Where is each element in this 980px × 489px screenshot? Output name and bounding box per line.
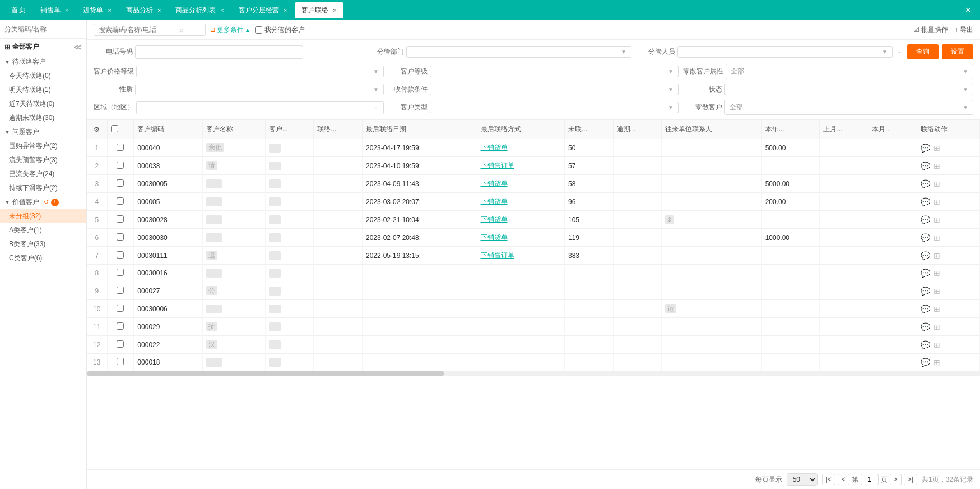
chat-icon[interactable]: 💬 <box>921 179 930 188</box>
refresh-icon[interactable]: ↺ <box>44 199 49 206</box>
chat-icon[interactable]: 💬 <box>921 215 930 224</box>
chat-icon[interactable]: 💬 <box>921 233 930 242</box>
chat-icon[interactable]: 💬 <box>921 305 930 313</box>
row-checkbox[interactable] <box>117 179 124 187</box>
nav-tab-customer-contact[interactable]: 客户联络 × <box>295 2 343 18</box>
nav-tab-analysis-close[interactable]: × <box>157 7 161 13</box>
col-this-year[interactable]: 本年... <box>761 120 820 139</box>
customer-grade-select[interactable]: ▼ <box>430 66 679 77</box>
sidebar-section-problem[interactable]: ▼ 问题客户 <box>0 125 86 139</box>
row-checkbox[interactable] <box>117 305 124 312</box>
nav-tab-purchase[interactable]: 进货单 × <box>76 2 118 18</box>
chat-icon[interactable]: 💬 <box>921 144 930 153</box>
row-checkbox[interactable] <box>117 322 124 330</box>
next-page-btn[interactable]: > <box>890 474 902 485</box>
nav-tab-sales[interactable]: 销售单 × <box>34 2 75 18</box>
col-last-date[interactable]: 最后联络日期 <box>362 120 477 139</box>
chat-icon[interactable]: 💬 <box>921 322 930 331</box>
col-contact[interactable]: 联络... <box>314 120 363 139</box>
nav-tab-analysis-list-close[interactable]: × <box>220 7 224 13</box>
row-checkbox[interactable] <box>117 358 124 365</box>
grid-action-icon[interactable]: ⊞ <box>933 358 940 367</box>
col-checkbox-all[interactable] <box>107 120 134 139</box>
col-associate-contact[interactable]: 往来单位联系人 <box>662 120 762 139</box>
filter-more-btn[interactable]: ⊿ 更多条件 ▲ <box>210 25 250 35</box>
horizontal-scrollbar[interactable] <box>87 371 980 376</box>
col-this-month[interactable]: 本月... <box>868 120 917 139</box>
grid-action-icon[interactable]: ⊞ <box>933 322 940 331</box>
sidebar-item-hoarding[interactable]: 囤购异常客户(2) <box>0 139 86 153</box>
manager-more-icon[interactable]: ··· <box>897 48 903 56</box>
last-page-btn[interactable]: >| <box>904 474 917 485</box>
sidebar-item-unclassified[interactable]: 未分组(32) <box>0 209 86 223</box>
grid-action-icon[interactable]: ⊞ <box>933 251 940 260</box>
nav-home-tab[interactable]: 首页 <box>4 5 32 15</box>
grid-action-icon[interactable]: ⊞ <box>933 287 940 296</box>
prev-page-btn[interactable]: < <box>838 474 849 485</box>
region-more-icon[interactable]: ··· <box>373 104 379 112</box>
sidebar-section-pending[interactable]: ▼ 待联络客户 <box>0 55 86 69</box>
col-last-month[interactable]: 上月... <box>820 120 868 139</box>
col-name[interactable]: 客户名称 <box>202 120 265 139</box>
sidebar-item-class-b[interactable]: B类客户(33) <box>0 237 86 251</box>
dept-select[interactable]: ▼ <box>406 46 631 58</box>
retail-attr-select[interactable]: 全部 ▼ <box>726 64 973 79</box>
scrollbar-thumb[interactable] <box>87 371 444 376</box>
col-settings[interactable]: ⚙ <box>87 120 107 139</box>
grid-action-icon[interactable]: ⊞ <box>933 162 940 170</box>
col-type[interactable]: 客户... <box>265 120 314 139</box>
row-checkbox[interactable] <box>117 144 124 151</box>
search-btn[interactable]: 查询 <box>907 44 939 59</box>
nav-tab-customer-mgmt[interactable]: 客户分层经营 × <box>232 2 294 18</box>
sidebar-item-lost[interactable]: 已流失客户(24) <box>0 167 86 181</box>
nav-tab-analysis-list[interactable]: 商品分析列表 × <box>169 2 230 18</box>
sidebar-section-value[interactable]: ▼ 价值客户 ↺ ! <box>0 195 86 209</box>
nature-select[interactable]: ▼ <box>135 84 384 95</box>
filter-search-input[interactable] <box>99 26 177 34</box>
grid-action-icon[interactable]: ⊞ <box>933 144 940 153</box>
grid-action-icon[interactable]: ⊞ <box>933 197 940 206</box>
sidebar-item-class-c[interactable]: C类客户(6) <box>0 251 86 265</box>
chat-icon[interactable]: 💬 <box>921 197 930 206</box>
chat-icon[interactable]: 💬 <box>921 251 930 260</box>
customer-type-select[interactable]: ▼ <box>430 102 679 113</box>
window-close-button[interactable]: × <box>960 4 976 16</box>
nav-tab-analysis[interactable]: 商品分析 × <box>119 2 168 18</box>
page-number-input[interactable] <box>861 474 879 485</box>
sidebar-item-declining[interactable]: 持续下滑客户(2) <box>0 181 86 195</box>
row-checkbox[interactable] <box>117 215 124 223</box>
payment-select[interactable]: ▼ <box>430 84 679 95</box>
chat-icon[interactable]: 💬 <box>921 358 930 367</box>
filter-search-icon[interactable]: ⌕ <box>179 26 183 34</box>
sidebar-item-tomorrow[interactable]: 明天待联络(1) <box>0 83 86 97</box>
my-customers-checkbox-label[interactable]: 我分管的客户 <box>255 25 305 35</box>
grid-action-icon[interactable]: ⊞ <box>933 269 940 278</box>
sidebar-search-input[interactable] <box>4 25 87 33</box>
grid-action-icon[interactable]: ⊞ <box>933 340 940 349</box>
row-checkbox[interactable] <box>117 233 124 241</box>
nav-tab-sales-close[interactable]: × <box>65 7 68 13</box>
nav-tab-customer-contact-close[interactable]: × <box>333 7 336 13</box>
row-checkbox[interactable] <box>117 340 124 348</box>
status-select[interactable]: ▼ <box>724 84 973 95</box>
sidebar-item-loss-warning[interactable]: 流失预警客户(3) <box>0 153 86 167</box>
sidebar-collapse-icon[interactable]: ≪ <box>73 43 82 52</box>
grid-action-icon[interactable]: ⊞ <box>933 233 940 242</box>
nav-tab-customer-mgmt-close[interactable]: × <box>284 7 287 13</box>
row-checkbox[interactable] <box>117 269 124 276</box>
grid-action-icon[interactable]: ⊞ <box>933 305 940 313</box>
export-btn[interactable]: ↑ 导出 <box>955 25 973 35</box>
col-not-contacted[interactable]: 未联... <box>564 120 613 139</box>
sidebar-item-class-a[interactable]: A类客户(1) <box>0 223 86 237</box>
first-page-btn[interactable]: |< <box>822 474 835 485</box>
row-checkbox[interactable] <box>117 251 124 259</box>
retail-customer-select[interactable]: 全部 ▼ <box>724 100 973 115</box>
sidebar-item-today[interactable]: 今天待联络(0) <box>0 69 86 83</box>
price-grade-select[interactable]: ▼ <box>136 66 384 77</box>
per-page-select[interactable]: 50 20 100 <box>787 473 818 486</box>
manager-select[interactable]: ▼ <box>677 46 893 58</box>
sidebar-all-customers[interactable]: ⊞ 全部客户 ≪ <box>0 39 86 55</box>
nav-tab-purchase-close[interactable]: × <box>108 7 111 13</box>
col-last-method[interactable]: 最后联络方式 <box>477 120 564 139</box>
chat-icon[interactable]: 💬 <box>921 340 930 349</box>
